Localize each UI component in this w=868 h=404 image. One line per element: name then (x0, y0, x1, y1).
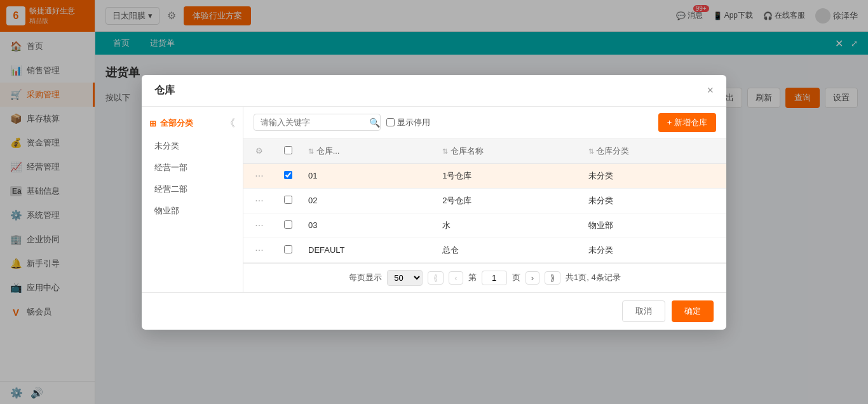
row-dots[interactable]: ··· (243, 238, 275, 262)
table-row[interactable]: ··· 02 2号仓库 未分类 (243, 188, 726, 213)
left-panel: ⊞ 全部分类 《 未分类 经营一部 经营二部 物业部 (142, 107, 243, 292)
prev-page-button[interactable]: ‹ (449, 271, 463, 285)
sort-icon: ⇅ (308, 147, 314, 155)
first-page-button[interactable]: ⟪ (428, 271, 444, 285)
confirm-button[interactable]: 确定 (672, 300, 714, 322)
page-input[interactable] (482, 271, 507, 285)
row-code: 03 (301, 213, 435, 238)
row-checkbox-cell[interactable] (275, 213, 301, 238)
per-page-label: 每页显示 (349, 272, 382, 283)
table-row[interactable]: ··· 01 1号仓库 未分类 (243, 163, 726, 188)
add-warehouse-button[interactable]: + 新增仓库 (658, 113, 716, 132)
col-header-category: ⇅ 仓库分类 (581, 139, 726, 164)
right-toolbar: 🔍 显示停用 + 新增仓库 (243, 107, 726, 139)
total-info: 共1页, 4条记录 (566, 272, 621, 283)
row-code: 01 (301, 163, 435, 188)
all-category-label: 全部分类 (160, 118, 193, 129)
last-page-button[interactable]: ⟫ (545, 271, 560, 285)
show-disabled-checkbox[interactable]: 显示停用 (386, 117, 430, 128)
category-item-0[interactable]: 未分类 (142, 135, 243, 157)
row-name: 水 (435, 213, 580, 238)
disabled-checkbox[interactable] (386, 118, 395, 126)
row-checkbox-cell[interactable] (275, 163, 301, 188)
category-item-2[interactable]: 经营二部 (142, 178, 243, 200)
modal-body: ⊞ 全部分类 《 未分类 经营一部 经营二部 物业部 (142, 107, 726, 292)
select-all-checkbox[interactable] (284, 146, 292, 154)
row-checkbox-cell[interactable] (275, 238, 301, 262)
modal-title: 仓库 (154, 84, 175, 97)
modal-header: 仓库 × (142, 75, 726, 107)
right-panel: 🔍 显示停用 + 新增仓库 (243, 107, 726, 292)
show-disabled-label: 显示停用 (397, 117, 430, 128)
row-name: 1号仓库 (435, 163, 580, 188)
row-dots[interactable]: ··· (243, 188, 275, 213)
modal-close-button[interactable]: × (707, 84, 714, 97)
row-dots[interactable]: ··· (243, 213, 275, 238)
per-page-select[interactable]: 50 100 (387, 270, 423, 286)
row-name: 总仓 (435, 238, 580, 262)
row-code: DEFAULT (301, 238, 435, 262)
col-header-code: ⇅ 仓库... (301, 139, 435, 164)
row-name: 2号仓库 (435, 188, 580, 213)
page-unit: 页 (512, 272, 520, 283)
warehouse-table-container: ⚙ ⇅ 仓库... (243, 139, 726, 263)
col-header-gear: ⚙ (243, 139, 275, 164)
row-code: 02 (301, 188, 435, 213)
warehouse-modal: 仓库 × ⊞ 全部分类 《 未分类 经营一部 (142, 75, 726, 330)
category-item-3[interactable]: 物业部 (142, 200, 243, 222)
search-input[interactable] (254, 114, 381, 131)
col-header-name: ⇅ 仓库名称 (435, 139, 580, 164)
left-panel-header[interactable]: ⊞ 全部分类 《 (142, 112, 243, 135)
row-category: 未分类 (581, 163, 726, 188)
row-checkbox[interactable] (284, 245, 292, 253)
sort-icon: ⇅ (588, 147, 594, 155)
col-header-check (275, 139, 301, 164)
warehouse-table: ⚙ ⇅ 仓库... (243, 139, 726, 263)
page-label: 第 (468, 272, 477, 283)
modal-overlay: 仓库 × ⊞ 全部分类 《 未分类 经营一部 (95, 0, 868, 404)
collapse-button[interactable]: 《 (225, 117, 235, 130)
row-category: 未分类 (581, 238, 726, 262)
pagination: 每页显示 50 100 ⟪ ‹ 第 页 › ⟫ 共1页, 4条记录 (243, 263, 726, 292)
search-icon: 🔍 (369, 118, 380, 128)
row-category: 物业部 (581, 213, 726, 238)
row-checkbox[interactable] (284, 196, 292, 204)
row-dots[interactable]: ··· (243, 163, 275, 188)
row-checkbox-cell[interactable] (275, 188, 301, 213)
modal-footer: 取消 确定 (142, 292, 726, 330)
row-checkbox[interactable] (284, 220, 292, 229)
table-row[interactable]: ··· DEFAULT 总仓 未分类 (243, 238, 726, 262)
sort-icon: ⇅ (442, 147, 448, 155)
row-category: 未分类 (581, 188, 726, 213)
cancel-button[interactable]: 取消 (622, 300, 665, 322)
table-row[interactable]: ··· 03 水 物业部 (243, 213, 726, 238)
grid-icon: ⊞ (149, 119, 156, 128)
gear-icon: ⚙ (255, 146, 263, 156)
row-checkbox[interactable] (284, 171, 292, 179)
category-item-1[interactable]: 经营一部 (142, 157, 243, 178)
next-page-button[interactable]: › (526, 271, 539, 285)
main-content: 日太阳膜 ▾ ⚙ 体验行业方案 💬 消息 99+ 📱 App下载 🎧 在线客服 … (95, 0, 868, 404)
